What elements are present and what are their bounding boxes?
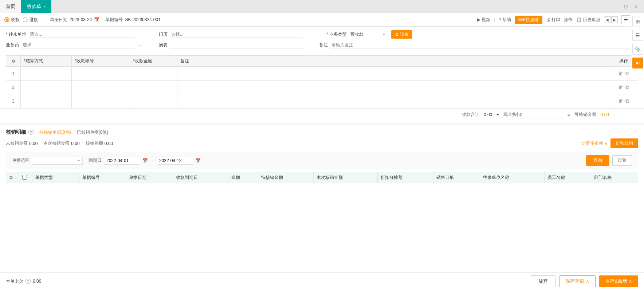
form-area: * 往来单位 ··· 门店 ··· * 业务类型 预收款 ▼ xyxy=(0,27,644,55)
gear-icon: ⚙ xyxy=(395,32,399,37)
minimize-button[interactable]: — xyxy=(612,3,619,10)
copy-icon-2[interactable]: ⧉ xyxy=(625,84,629,90)
uncleared-stat: 未核销金额 0.00 xyxy=(6,140,38,146)
tab-bar: 首页 收款单 × — □ × xyxy=(0,0,644,13)
amount-cell-3[interactable] xyxy=(130,94,177,108)
remark-field: 备注 xyxy=(319,42,638,48)
discount-input[interactable] xyxy=(527,111,563,118)
settlement-cell-2[interactable] xyxy=(21,81,72,94)
rp-list-btn[interactable]: ☰ xyxy=(632,30,643,41)
summary-input[interactable] xyxy=(170,42,305,48)
prev-arrow[interactable]: ◀ xyxy=(604,16,610,23)
actions-cell-3: 🗑 ⧉ xyxy=(609,94,638,108)
rp-table-btn[interactable]: ⊞ xyxy=(632,16,643,27)
remark-cell-3[interactable] xyxy=(177,94,609,108)
range-select-wrap xyxy=(32,157,83,165)
delete-icon-2[interactable]: 🗑 xyxy=(618,84,623,90)
close-window-button[interactable]: × xyxy=(632,3,640,10)
btth-amount: 金额 xyxy=(228,172,258,183)
range-select[interactable] xyxy=(32,157,83,165)
filter-setting-button[interactable]: 设置 xyxy=(612,155,632,166)
tab-receipt-close[interactable]: × xyxy=(43,4,46,9)
calendar-from-icon[interactable]: 📅 xyxy=(142,158,148,163)
remark-cell-1[interactable] xyxy=(177,67,609,81)
btth-counterparty: 往来单位名称 xyxy=(480,172,544,183)
biztype-value: 预收款 xyxy=(350,31,380,38)
refund-radio[interactable]: 退款 xyxy=(23,17,38,23)
video-link[interactable]: ▶ 视频 xyxy=(477,17,490,23)
calendar-to-icon[interactable]: 📅 xyxy=(195,158,201,163)
delete-icon-1[interactable]: 🗑 xyxy=(618,70,623,77)
print-link[interactable]: 🖨 打印 xyxy=(546,17,560,23)
amount-cell-2[interactable] xyxy=(130,81,177,94)
save-new-button[interactable]: 保存&新增 ∧ xyxy=(599,275,638,287)
account-cell-1[interactable] xyxy=(72,67,130,81)
copy-icon-1[interactable]: ⧉ xyxy=(625,70,629,77)
list-view-btn[interactable]: ☰ xyxy=(621,15,630,24)
verify-header: 核销明细 ? 待核销单据(0笔) 已核销单据(0笔) xyxy=(6,129,638,136)
btth-gear[interactable]: ⚙ xyxy=(6,172,19,183)
remark-cell-2[interactable] xyxy=(177,81,609,94)
th-account: *收款账号 xyxy=(72,56,130,67)
remark-input[interactable] xyxy=(330,42,638,48)
completed-tab[interactable]: 已核销单据(0笔) xyxy=(77,129,109,136)
shortcut-button[interactable]: ⌨ 快捷键 xyxy=(515,16,542,24)
tab-home[interactable]: 首页 xyxy=(0,0,21,13)
docnum-value: SK-20230324-001 xyxy=(125,17,160,22)
staff-input[interactable] xyxy=(21,42,135,48)
store-field: 门店 ··· xyxy=(159,31,312,38)
table-gear-header[interactable]: ⚙ xyxy=(6,56,21,67)
print-icon: 🖨 xyxy=(546,17,550,22)
th-remark: 备注 xyxy=(177,56,609,67)
settlement-cell-1[interactable] xyxy=(21,67,72,81)
staff-more-btn[interactable]: ··· xyxy=(137,42,144,48)
diff-value: 0.00 xyxy=(105,141,113,146)
counterparty-input[interactable] xyxy=(28,31,135,38)
verify-info-icon[interactable]: ? xyxy=(28,130,34,135)
settlement-cell-3[interactable] xyxy=(21,94,72,108)
due-date-to[interactable] xyxy=(157,157,193,165)
account-cell-2[interactable] xyxy=(72,81,130,94)
delete-icon-3[interactable]: 🗑 xyxy=(618,98,623,104)
copy-icon-3[interactable]: ⧉ xyxy=(625,98,629,104)
play-icon: ▶ xyxy=(477,17,480,22)
abandon-button[interactable]: 放弃 xyxy=(531,275,555,287)
biztype-dropdown-icon[interactable]: ▼ xyxy=(382,32,386,37)
rp-camera-btn[interactable]: Ai xyxy=(632,58,643,68)
operation-link[interactable]: 操作 xyxy=(564,17,573,23)
counterparty-more-btn[interactable]: ··· xyxy=(137,32,144,38)
tab-receipt-label: 收款单 xyxy=(27,3,41,10)
setting-button[interactable]: ⚙ 设置 xyxy=(391,30,412,39)
select-all-checkbox[interactable] xyxy=(22,175,27,180)
auto-verify-button[interactable]: 自动核销 xyxy=(610,138,638,148)
counterparty-field: * 往来单位 ··· xyxy=(6,31,144,38)
rp-attach-btn[interactable]: 📎 xyxy=(632,44,643,55)
bottom-amount-info-icon[interactable]: ? xyxy=(25,279,31,284)
btth-checkbox[interactable] xyxy=(19,172,32,183)
store-input[interactable] xyxy=(170,31,302,38)
pending-tab[interactable]: 待核销单据(0笔) xyxy=(39,129,71,136)
history-link[interactable]: 📋 历史单据 xyxy=(576,17,600,23)
receipt-radio[interactable]: 收款 xyxy=(4,17,20,23)
main-content: 收款 退款 单据日期 2023-03-24 📅 单据编号 SK-20230324… xyxy=(0,13,644,290)
query-button[interactable]: 查询 xyxy=(586,155,609,166)
diff-stat: 核销差额 0.00 xyxy=(86,140,113,146)
plus-sign: + xyxy=(496,112,499,117)
uncleared-value: 0.00 xyxy=(29,141,38,146)
remark-label: 备注 xyxy=(319,42,328,48)
footer: 本单上欠 ? 0.00 放弃 保存草稿 ∧ 保存&新增 ∧ xyxy=(0,272,644,290)
save-draft-button[interactable]: 保存草稿 ∧ xyxy=(559,275,596,287)
account-cell-3[interactable] xyxy=(72,94,130,108)
more-conditions-btn[interactable]: ▽ 更多条件 ∧ xyxy=(581,140,608,146)
tab-receipt[interactable]: 收款单 × xyxy=(21,0,51,13)
due-date-from[interactable] xyxy=(104,157,140,165)
store-more-btn[interactable]: ··· xyxy=(305,32,312,38)
help-link[interactable]: ? 帮助 xyxy=(499,17,511,23)
toolbar-divider-1 xyxy=(44,16,44,23)
next-arrow[interactable]: ▶ xyxy=(611,16,618,23)
table-row: 3 🗑 ⧉ xyxy=(6,94,638,108)
refund-radio-circle xyxy=(23,17,28,22)
calendar-icon[interactable]: 📅 xyxy=(94,17,99,22)
amount-cell-1[interactable] xyxy=(130,67,177,81)
maximize-button[interactable]: □ xyxy=(622,3,629,10)
